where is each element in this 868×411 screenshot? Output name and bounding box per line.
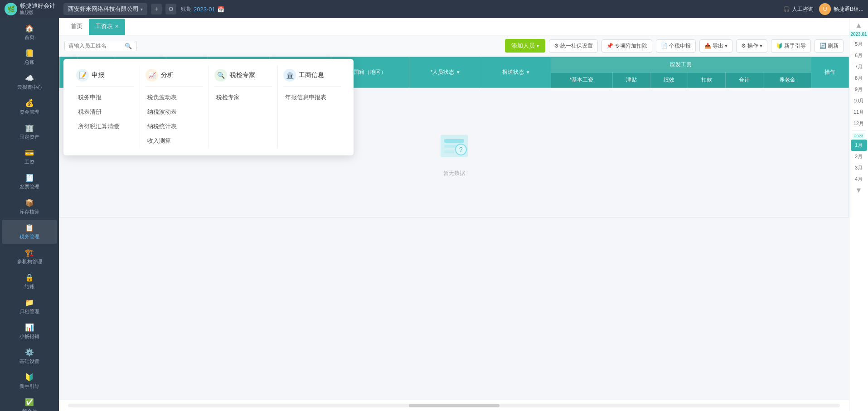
sidebar-label: 发票管理 — [19, 184, 39, 190]
calendar-icon[interactable]: 📅 — [217, 6, 224, 13]
operation-button[interactable]: ⚙ 操作 ▾ — [736, 39, 767, 53]
th-base-salary: *基本工资 — [551, 73, 612, 88]
menu-item-tax-declare[interactable]: 税务申报 — [76, 90, 134, 105]
prev-year-label: 2023.01 — [849, 31, 868, 38]
empty-icon: ? — [436, 128, 472, 164]
sidebar-item-home[interactable]: 🏠 首页 — [2, 20, 57, 44]
menu-item-annual-report[interactable]: 年报信息申报表 — [283, 90, 341, 105]
menu-item-income-tax[interactable]: 所得税汇算清缴 — [76, 119, 134, 134]
menu-item-tax-expert[interactable]: 税检专家 — [214, 90, 272, 105]
scrollbar[interactable] — [68, 404, 840, 407]
salary-icon: 💳 — [25, 149, 34, 157]
sidebar-item-ledger[interactable]: 📒 总账 — [2, 45, 57, 69]
tax-icon: 📋 — [25, 223, 34, 232]
sidebar-label: 归档管理 — [19, 308, 39, 315]
period-value: 2023-01 — [194, 6, 215, 13]
sidebar-item-report[interactable]: 📊 小畅报销 — [2, 319, 57, 343]
sidebar-item-guide[interactable]: 🔰 新手引导 — [2, 369, 57, 393]
menu-item-tax-list[interactable]: 税表清册 — [76, 105, 134, 119]
cal-month-3[interactable]: 3月 — [851, 162, 867, 174]
cal-month-9[interactable]: 9月 — [851, 84, 867, 95]
menu-item-income-calc[interactable]: 收入测算 — [145, 134, 203, 148]
sidebar-item-cloud[interactable]: ☁️ 云报表中心 — [2, 70, 57, 94]
tax-report-button[interactable]: 📄 个税申报 — [656, 39, 696, 53]
tab-bar: 首页 工资表 ✕ — [59, 18, 849, 35]
sidebar-item-archive[interactable]: 📁 归档管理 — [2, 295, 57, 319]
th-status[interactable]: *人员状态 ▼ — [409, 57, 482, 88]
cal-month-7[interactable]: 7月 — [851, 61, 867, 73]
sidebar-item-invoice[interactable]: 🧾 发票管理 — [2, 170, 57, 194]
tax-expert-icon: 🔍 — [214, 69, 227, 82]
cal-nav-up[interactable]: ▲ — [853, 21, 865, 30]
guide-button[interactable]: 🔰 新手引导 — [771, 39, 811, 53]
refresh-button[interactable]: 🔄 刷新 — [815, 39, 844, 53]
add-person-button[interactable]: 添加人员 ▾ — [505, 39, 545, 53]
export-button[interactable]: 📤 导出 ▾ — [699, 39, 732, 53]
th-operation: 操作 — [811, 57, 849, 88]
assets-icon: 🏢 — [25, 124, 34, 132]
report-icon: 📊 — [25, 323, 34, 332]
tax-report-icon: 📄 — [661, 43, 668, 49]
tab-close-icon[interactable]: ✕ — [115, 24, 119, 29]
operation-label: 操作 — [747, 42, 758, 50]
th-report-status[interactable]: 报送状态 ▼ — [482, 57, 551, 88]
menu-item-tax-burden[interactable]: 税负波动表 — [145, 90, 203, 105]
tab-salary[interactable]: 工资表 ✕ — [89, 19, 125, 35]
add-btn-label: 添加人员 — [511, 42, 535, 50]
tab-home[interactable]: 首页 — [64, 19, 89, 35]
sidebar-item-vip[interactable]: ✅ 畅会员 — [2, 394, 57, 411]
sidebar-item-funds[interactable]: 💰 资金管理 — [2, 95, 57, 119]
inventory-icon: 📦 — [25, 198, 34, 207]
cal-month-8[interactable]: 8月 — [851, 73, 867, 84]
settings-icon[interactable]: ⚙ — [165, 4, 176, 15]
guide-icon: 🔰 — [25, 373, 34, 382]
support-button[interactable]: 🎧 人工咨询 — [783, 5, 814, 13]
special-icon: 📌 — [606, 43, 613, 49]
search-input[interactable] — [68, 43, 123, 49]
sidebar-item-settings[interactable]: ⚙️ 基础设置 — [2, 344, 57, 368]
tab-home-label: 首页 — [71, 22, 82, 30]
sidebar-item-inventory[interactable]: 📦 库存核算 — [2, 195, 57, 219]
search-box[interactable]: 🔍 — [64, 41, 137, 51]
th-pension: 养老金 — [763, 73, 811, 88]
sidebar-item-close[interactable]: 🔒 结账 — [2, 270, 57, 294]
right-calendar-sidebar: ▲ 2023.01 5月 6月 7月 8月 9月 10月 11月 12月 202… — [849, 18, 868, 411]
app-sub: 旗舰版 — [20, 10, 55, 16]
home-icon: 🏠 — [25, 24, 34, 33]
special-label: 专项附加扣除 — [615, 42, 647, 50]
cal-month-12[interactable]: 12月 — [851, 118, 867, 129]
social-label: 统一社保设置 — [560, 42, 593, 50]
vip-icon: ✅ — [25, 398, 34, 406]
cal-month-6[interactable]: 6月 — [851, 50, 867, 61]
cal-month-2[interactable]: 2月 — [851, 151, 867, 162]
export-label: 导出 — [713, 42, 723, 50]
menu-item-tax-change[interactable]: 纳税波动表 — [145, 105, 203, 119]
svg-rect-3 — [444, 150, 454, 153]
company-selector[interactable]: 西安虾米网络科技有限公司 ▾ — [63, 3, 147, 15]
sidebar-item-salary[interactable]: 💳 工资 — [2, 145, 57, 169]
social-insurance-button[interactable]: ⚙ 统一社保设置 — [549, 39, 598, 53]
add-icon[interactable]: ＋ — [151, 4, 162, 15]
special-deduction-button[interactable]: 📌 专项附加扣除 — [601, 39, 652, 53]
cal-month-4[interactable]: 4月 — [851, 174, 867, 185]
sidebar-label: 库存核算 — [19, 208, 39, 215]
cal-month-10[interactable]: 10月 — [851, 95, 867, 106]
cal-month-1-active[interactable]: 1月 — [851, 140, 867, 151]
sidebar-item-assets[interactable]: 🏢 固定资产 — [2, 120, 57, 144]
sidebar-item-tax[interactable]: 📋 税务管理 — [2, 220, 57, 244]
menu-item-tax-stats[interactable]: 纳税统计表 — [145, 119, 203, 134]
declaration-icon: 📝 — [76, 69, 89, 82]
cal-month-5[interactable]: 5月 — [851, 39, 867, 50]
business-title: 工商信息 — [299, 71, 324, 79]
logo-icon: 🌿 — [5, 3, 17, 15]
tax-expert-title: 税检专家 — [230, 71, 255, 79]
company-name: 西安虾米网络科技有限公司 — [68, 5, 139, 13]
sidebar-item-multi[interactable]: 🏗️ 多机构管理 — [2, 245, 57, 269]
sidebar-label: 首页 — [24, 34, 34, 41]
support-label: 人工咨询 — [792, 5, 814, 13]
cal-nav-down[interactable]: ▼ — [853, 186, 865, 195]
refresh-label: 刷新 — [828, 42, 839, 50]
th-performance: 绩效 — [650, 73, 688, 88]
user-info[interactable]: U 畅捷通B组... — [819, 3, 863, 15]
cal-month-11[interactable]: 11月 — [851, 106, 867, 118]
